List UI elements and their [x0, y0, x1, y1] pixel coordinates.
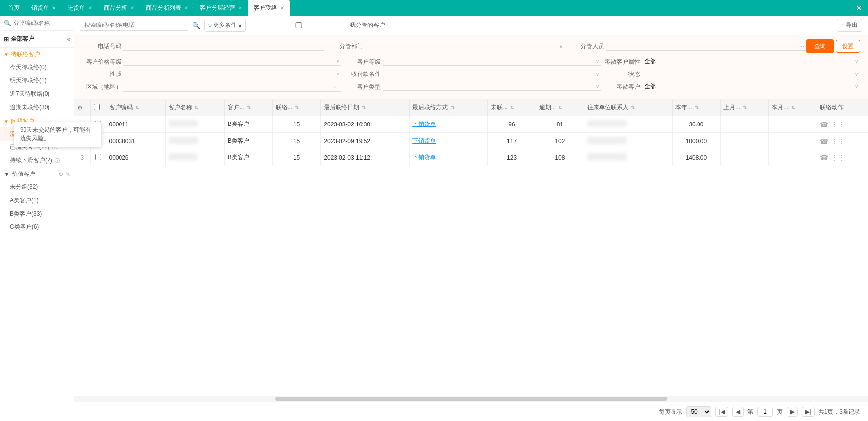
region-select[interactable]: ··· — [123, 82, 341, 92]
sidebar-item-today[interactable]: 今天待联络(0) — [0, 61, 74, 74]
row-actions-1: ☎ ⋮⋮ — [817, 133, 868, 149]
close-tab-sales[interactable]: ✕ — [52, 5, 56, 11]
close-tab-customer-contact[interactable]: ✕ — [280, 5, 284, 11]
col-grade[interactable]: 客户... ⇅ — [224, 99, 272, 116]
grade-select[interactable]: ∨ — [383, 58, 601, 66]
page-size-select[interactable]: 50 20 100 — [686, 406, 711, 417]
export-button[interactable]: ↑ 导出 — [837, 19, 862, 32]
row-last-type-0[interactable]: 下销货单 — [410, 116, 488, 133]
col-contacts[interactable]: 联络... ⇅ — [272, 99, 320, 116]
close-tab-product-analysis[interactable]: ✕ — [130, 5, 134, 11]
sidebar-search-input[interactable] — [13, 20, 74, 26]
col-code[interactable]: 客户编码 ⇅ — [106, 99, 165, 116]
attr-select[interactable]: 全部 ∨ — [642, 56, 860, 67]
row-this-month-1 — [769, 133, 817, 149]
scrollbar-thumb[interactable] — [275, 397, 667, 401]
tab-purchase[interactable]: 进货单 ✕ — [62, 0, 98, 16]
row-action-contact-1[interactable]: ☎ — [820, 137, 828, 145]
col-settings[interactable]: ⚙ — [74, 99, 90, 116]
row-action-more-1[interactable]: ⋮⋮ — [831, 137, 845, 145]
close-tab-purchase[interactable]: ✕ — [88, 5, 92, 11]
row-action-more-0[interactable]: ⋮⋮ — [831, 121, 845, 128]
close-tab-product-list[interactable]: ✕ — [184, 5, 188, 11]
payment-chevron-icon: ∨ — [596, 72, 599, 77]
row-action-contact-0[interactable]: ☎ — [820, 121, 828, 128]
page-number-input[interactable] — [757, 407, 773, 417]
advanced-filter-panel: 电话号码 分管部门 ∨ 分管人员 ··· — [74, 35, 868, 99]
my-customers-checkbox-label[interactable]: 我分管的客户 — [250, 21, 385, 29]
row-last-month-1 — [721, 133, 769, 149]
close-all-tabs[interactable]: ✕ — [852, 3, 866, 13]
sidebar-item-class-c[interactable]: C类客户(6) — [0, 221, 74, 234]
tab-bar: 首页 销货单 ✕ 进货单 ✕ 商品分析 ✕ 商品分析列表 ✕ 客户分层经营 ✕ … — [0, 0, 868, 16]
filter-gender: 性质 ∨ — [82, 70, 341, 78]
tab-customer-contact[interactable]: 客户联络 ✕ — [248, 0, 290, 16]
sidebar-item-overdue-contact[interactable]: 逾期未联络(30) — [0, 101, 74, 114]
section-value-customers[interactable]: ▼ 价值客户 ↻ ✎ — [0, 167, 74, 180]
col-last-date[interactable]: 最后联络日期 ⇅ — [321, 99, 410, 116]
gender-select[interactable]: ∨ — [123, 71, 341, 78]
query-button[interactable]: 查询 — [806, 39, 834, 53]
tab-customer-tier[interactable]: 客户分层经营 ✕ — [194, 0, 248, 16]
sidebar-item-tomorrow[interactable]: 明天待联络(1) — [0, 74, 74, 87]
prev-page-button[interactable]: ◀ — [732, 407, 744, 417]
row-action-more-2[interactable]: ⋮⋮ — [831, 154, 845, 162]
col-this-month[interactable]: 本月... ⇅ — [769, 99, 817, 116]
refresh-icon[interactable]: ↻ — [58, 171, 63, 178]
edit-icon[interactable]: ✎ — [65, 171, 70, 178]
phone-input[interactable] — [123, 42, 324, 51]
pagination-bar: 每页显示 50 20 100 |◀ ◀ 第 页 ▶ ▶| 共1页，3条记录 — [74, 402, 868, 421]
first-page-button[interactable]: |◀ — [715, 407, 728, 417]
tab-product-analysis[interactable]: 商品分析 ✕ — [98, 0, 140, 16]
search-input[interactable] — [80, 20, 188, 31]
col-not-contacted[interactable]: 未联... ⇅ — [488, 99, 536, 116]
col-last-month[interactable]: 上月... ⇅ — [721, 99, 769, 116]
payment-select[interactable]: ∨ — [383, 71, 601, 78]
overdue-sort-icon: ⇅ — [558, 105, 562, 110]
close-tab-customer-tier[interactable]: ✕ — [238, 5, 242, 11]
section-pending-contact[interactable]: ▼ 待联络客户 — [0, 48, 74, 61]
sidebar-item-7days[interactable]: 近7天待联络(0) — [0, 87, 74, 100]
settings-button[interactable]: 设置 — [836, 40, 860, 53]
col-contact-person[interactable]: 往来单位联系人 ⇅ — [584, 99, 673, 116]
tab-home[interactable]: 首页 — [2, 0, 25, 16]
select-all-checkbox[interactable] — [94, 104, 100, 110]
col-name[interactable]: 客户名称 ⇅ — [165, 99, 224, 116]
col-last-type[interactable]: 最后联络方式 ⇅ — [410, 99, 488, 116]
row-actions-0: ☎ ⋮⋮ — [817, 116, 868, 133]
tab-product-list[interactable]: 商品分析列表 ✕ — [140, 0, 194, 16]
sidebar-collapse-icon[interactable]: « — [67, 36, 70, 43]
horizontal-scrollbar[interactable] — [74, 396, 868, 402]
price-grade-select[interactable]: ∨ — [123, 58, 341, 66]
person-select[interactable]: ··· — [606, 42, 806, 51]
sidebar-item-class-b[interactable]: B类客户(33) — [0, 207, 74, 221]
sidebar-item-class-a[interactable]: A类客户(1) — [0, 194, 74, 207]
row-checkbox-2[interactable] — [90, 149, 106, 166]
filter-row-1: 电话号码 分管部门 ∨ 分管人员 ··· — [82, 39, 860, 53]
last-page-button[interactable]: ▶| — [802, 407, 815, 417]
next-page-button[interactable]: ▶ — [787, 407, 798, 417]
retail-select[interactable]: 全部 ∨ — [642, 81, 860, 92]
sidebar-all-customers[interactable]: ⊞ 全部客户 « — [0, 31, 74, 48]
col-this-year[interactable]: 本年... ⇅ — [672, 99, 720, 116]
row-contacts-2: 15 — [272, 149, 320, 166]
sidebar-item-declining[interactable]: 持续下滑客户(2) ⓘ — [0, 154, 74, 167]
customer-table: ⚙ 客户编码 ⇅ 客户名称 ⇅ — [74, 99, 868, 166]
row-action-contact-2[interactable]: ☎ — [820, 154, 828, 162]
row-last-type-2[interactable]: 下销货单 — [410, 149, 488, 166]
tab-sales[interactable]: 销货单 ✕ — [25, 0, 62, 16]
sidebar-item-ungrouped[interactable]: 未分组(32) — [0, 180, 74, 194]
customer-type-select[interactable]: ∨ — [383, 83, 601, 91]
search-button[interactable]: 🔍 — [192, 22, 200, 29]
settings-gear-icon[interactable]: ⚙ — [77, 104, 83, 111]
my-customers-checkbox[interactable] — [250, 22, 348, 28]
filter-customer-type: 客户类型 ∨ — [341, 83, 601, 91]
row-last-type-1[interactable]: 下销货单 — [410, 133, 488, 149]
section-arrow-pending: ▼ — [4, 52, 9, 57]
col-overdue[interactable]: 逾期... ⇅ — [536, 99, 584, 116]
export-icon: ↑ — [841, 22, 844, 29]
status-select[interactable]: ∨ — [642, 71, 860, 78]
more-conditions-button[interactable]: ▽ 更多条件 ▲ — [204, 19, 246, 32]
dept-select[interactable]: ∨ — [365, 43, 565, 50]
col-checkbox[interactable] — [90, 99, 106, 116]
